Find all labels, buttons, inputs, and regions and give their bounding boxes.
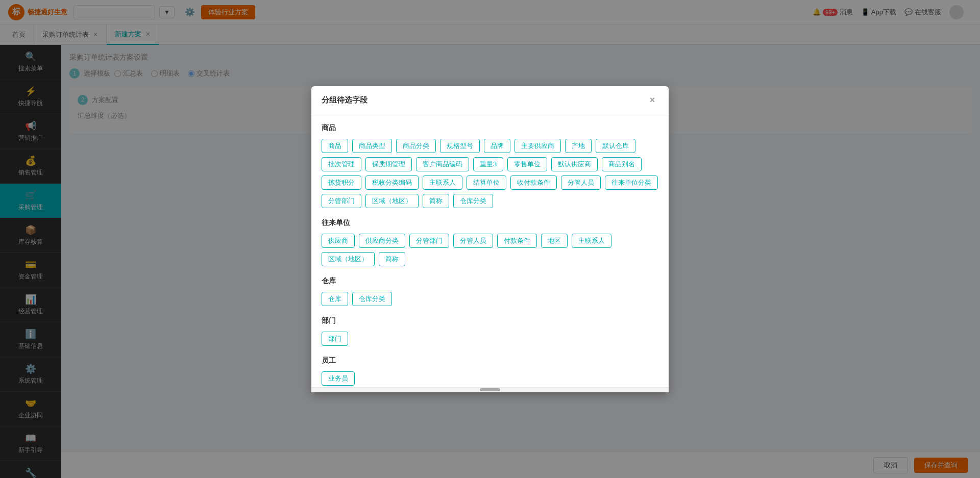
field-product-category[interactable]: 商品分类 [396, 139, 436, 153]
section-warehouse-title: 仓库 [322, 276, 658, 286]
section-employee-title: 员工 [322, 356, 658, 365]
partner-fields: 供应商 供应商分类 分管部门 分管人员 付款条件 地区 主联系人 区域（地区） … [322, 234, 658, 266]
field-partner-category[interactable]: 往来单位分类 [605, 175, 658, 190]
field-default-warehouse[interactable]: 默认仓库 [596, 139, 635, 153]
field-dept2[interactable]: 分管部门 [409, 234, 449, 248]
modal-close-btn[interactable]: × [646, 94, 658, 107]
section-department: 部门 部门 [322, 316, 658, 346]
section-partner-title: 往来单位 [322, 218, 658, 228]
field-payment-terms[interactable]: 收付款条件 [510, 175, 557, 190]
field-supplier[interactable]: 供应商 [322, 234, 355, 248]
field-origin[interactable]: 产地 [565, 139, 592, 153]
field-main-supplier[interactable]: 主要供应商 [514, 139, 561, 153]
field-warehouse-category[interactable]: 仓库分类 [352, 292, 392, 306]
field-pick-score[interactable]: 拣货积分 [322, 175, 361, 190]
field-short-name2[interactable]: 简称 [379, 252, 405, 266]
section-warehouse: 仓库 仓库 仓库分类 [322, 276, 658, 306]
field-supplier-cat[interactable]: 供应商分类 [359, 234, 405, 248]
field-batch-mgmt[interactable]: 批次管理 [322, 157, 361, 171]
section-product: 商品 商品 商品类型 商品分类 规格型号 品牌 主要供应商 产地 默认仓库 批次… [322, 123, 658, 208]
modal-header: 分组待选字段 × [311, 86, 669, 115]
employee-fields: 业务员 [322, 371, 658, 386]
field-tax-code[interactable]: 税收分类编码 [365, 175, 419, 190]
modal: 分组待选字段 × 商品 商品 商品类型 商品分类 规格型号 品牌 主要供应商 产… [311, 86, 669, 392]
modal-body: 商品 商品 商品类型 商品分类 规格型号 品牌 主要供应商 产地 默认仓库 批次… [311, 115, 669, 388]
field-dept[interactable]: 分管部门 [322, 194, 361, 208]
field-default-supplier[interactable]: 默认供应商 [551, 157, 598, 171]
field-region[interactable]: 区域（地区） [365, 194, 419, 208]
field-spec[interactable]: 规格型号 [440, 139, 480, 153]
section-employee: 员工 业务员 [322, 356, 658, 386]
field-manager2[interactable]: 分管人员 [453, 234, 493, 248]
field-area[interactable]: 地区 [541, 234, 568, 248]
field-customer-code[interactable]: 客户商品编码 [416, 157, 469, 171]
field-manager[interactable]: 分管人员 [561, 175, 601, 190]
field-warehouse-cat[interactable]: 仓库分类 [453, 194, 493, 208]
section-partner: 往来单位 供应商 供应商分类 分管部门 分管人员 付款条件 地区 主联系人 区域… [322, 218, 658, 266]
field-weight[interactable]: 重量3 [473, 157, 503, 171]
field-main-contact[interactable]: 主联系人 [423, 175, 462, 190]
field-product-alias[interactable]: 商品别名 [602, 157, 642, 171]
field-product[interactable]: 商品 [322, 139, 348, 153]
field-short-name[interactable]: 简称 [423, 194, 449, 208]
field-brand[interactable]: 品牌 [484, 139, 510, 153]
section-dept-title: 部门 [322, 316, 658, 325]
modal-overlay: 分组待选字段 × 商品 商品 商品类型 商品分类 规格型号 品牌 主要供应商 产… [0, 0, 980, 478]
modal-hscroll [311, 387, 669, 392]
field-region2[interactable]: 区域（地区） [322, 252, 375, 266]
dept-fields: 部门 [322, 332, 658, 346]
field-sales-rep[interactable]: 业务员 [322, 371, 355, 386]
field-retail-unit[interactable]: 零售单位 [507, 157, 547, 171]
product-fields: 商品 商品类型 商品分类 规格型号 品牌 主要供应商 产地 默认仓库 批次管理 … [322, 139, 658, 208]
field-shelf-life[interactable]: 保质期管理 [365, 157, 412, 171]
field-payment-terms2[interactable]: 付款条件 [497, 234, 537, 248]
modal-title: 分组待选字段 [322, 95, 368, 105]
field-main-contact2[interactable]: 主联系人 [572, 234, 611, 248]
field-settlement-unit[interactable]: 结算单位 [467, 175, 506, 190]
warehouse-fields: 仓库 仓库分类 [322, 292, 658, 306]
field-product-type[interactable]: 商品类型 [352, 139, 392, 153]
field-warehouse[interactable]: 仓库 [322, 292, 348, 306]
field-department[interactable]: 部门 [322, 332, 348, 346]
section-product-title: 商品 [322, 123, 658, 133]
